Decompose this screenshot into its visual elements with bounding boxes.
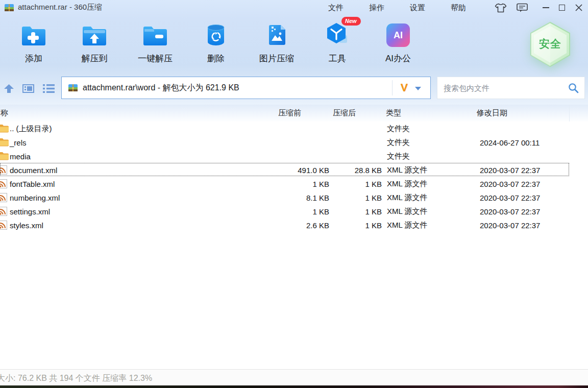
file-type: XML 源文件 [387, 206, 427, 216]
titlebar[interactable]: attachment.rar - 360压缩 文件 操作 设置 帮助 [0, 0, 588, 15]
view-mode-button[interactable] [22, 84, 34, 95]
xml-file-icon [0, 179, 9, 188]
archive-file-icon [68, 83, 78, 92]
status-summary: 大小: 76.2 KB 共 194 个文件 压缩率 12.3% [0, 373, 152, 384]
feedback-button[interactable] [513, 0, 531, 15]
up-directory-button[interactable] [4, 84, 14, 95]
size-before: 2.6 KB [255, 221, 329, 229]
file-row[interactable]: media文件夹 [0, 149, 588, 163]
file-row[interactable]: .. (上级目录)文件夹 [0, 122, 588, 135]
address-divider [392, 80, 393, 95]
toolbar-label: 工具 [329, 53, 346, 64]
toolbar-label: 添加 [25, 53, 42, 64]
modified-date: 2020-03-07 22:37 [480, 193, 540, 202]
file-rows: .. (上级目录)文件夹_rels文件夹2024-06-27 00:11medi… [0, 122, 588, 232]
titlebar-buttons [491, 0, 588, 15]
xml-file-icon [0, 165, 9, 175]
list-view-button[interactable] [43, 84, 55, 95]
statusbar: 大小: 76.2 KB 共 194 个文件 压缩率 12.3% [0, 369, 588, 385]
add-button[interactable]: 添加 [10, 20, 57, 64]
folder-icon [0, 124, 9, 133]
close-button[interactable] [571, 0, 587, 15]
column-header-type[interactable]: 类型 [386, 108, 401, 118]
file-type: 文件夹 [387, 137, 410, 147]
search-icon[interactable] [568, 83, 579, 93]
modified-date: 2024-06-27 00:11 [480, 138, 540, 147]
minimize-icon [543, 7, 549, 8]
chevron-down-icon[interactable] [415, 87, 421, 90]
file-name: settings.xml [10, 207, 50, 215]
size-after: 1 KB [329, 193, 382, 202]
delete-button[interactable]: 删除 [192, 20, 239, 64]
tools-button[interactable]: New 工具 [314, 20, 361, 64]
format-letter: V [398, 81, 411, 93]
file-type: 文件夹 [387, 151, 410, 161]
xml-file-icon [0, 221, 9, 230]
column-header-date[interactable]: 修改日期 [477, 108, 507, 118]
menu-help[interactable]: 帮助 [438, 0, 479, 15]
toolbar-label: 图片压缩 [259, 53, 294, 64]
file-row[interactable]: styles.xml2.6 KB1 KBXML 源文件2020-03-07 22… [0, 218, 588, 232]
file-row[interactable]: _rels文件夹2024-06-27 00:11 [0, 135, 588, 149]
file-type: XML 源文件 [387, 179, 427, 188]
ai-office-button[interactable]: AI AI办公 [375, 20, 422, 64]
xml-file-icon [0, 207, 9, 216]
window-title: attachment.rar - 360压缩 [18, 3, 102, 12]
menu-file[interactable]: 文件 [315, 0, 356, 15]
column-header-packed-before[interactable]: 压缩前 [278, 108, 301, 118]
one-click-extract-button[interactable]: 一键解压 [132, 20, 179, 64]
file-name: styles.xml [10, 221, 43, 229]
file-name: .. (上级目录) [10, 124, 52, 133]
xml-file-icon [0, 193, 9, 202]
image-compress-icon [265, 20, 288, 47]
extract-to-button[interactable]: 解压到 [71, 20, 118, 64]
tshirt-icon [495, 3, 507, 13]
column-header-packed-after[interactable]: 压缩后 [333, 108, 356, 118]
skin-theme-button[interactable] [492, 0, 509, 15]
file-name: fontTable.xml [10, 179, 55, 188]
file-name: media [10, 152, 31, 160]
safe-badge-label: 安全 [527, 37, 574, 51]
file-row[interactable]: numbering.xml8.1 KB1 KBXML 源文件2020-03-07… [0, 190, 588, 204]
file-type: 文件夹 [387, 124, 410, 133]
top-chrome: attachment.rar - 360压缩 文件 操作 设置 帮助 [0, 0, 588, 105]
folder-icon [0, 152, 9, 161]
close-icon [575, 4, 582, 11]
toolbar-label: 解压到 [82, 53, 108, 64]
address-bar[interactable]: attachment.rar\word - 解包大小为 621.9 KB V [61, 77, 431, 99]
maximize-icon [559, 5, 565, 11]
file-list-panel: 名称 压缩前 压缩后 类型 修改日期 .. (上级目录)文件夹_rels文件夹2… [0, 105, 588, 369]
file-name: document.xml [10, 165, 57, 174]
menubar: 文件 操作 设置 帮助 [315, 0, 479, 15]
folder-oneclick-icon [142, 20, 168, 47]
arrow-up-icon [4, 84, 14, 93]
toolbar-label: AI办公 [385, 53, 411, 64]
size-before: 491.0 KB [255, 165, 329, 174]
maximize-button[interactable] [554, 0, 570, 15]
image-compress-button[interactable]: 图片压缩 [253, 20, 300, 64]
column-divider [569, 105, 570, 122]
modified-date: 2020-03-07 22:37 [480, 165, 540, 174]
file-name: _rels [10, 138, 27, 147]
file-type: XML 源文件 [387, 192, 427, 202]
minimize-button[interactable] [538, 0, 553, 15]
ai-icon-text: AI [386, 23, 410, 47]
file-row[interactable]: fontTable.xml1 KB1 KBXML 源文件2020-03-07 2… [0, 177, 588, 190]
file-row[interactable]: settings.xml1 KB1 KBXML 源文件2020-03-07 22… [0, 204, 588, 218]
menu-settings[interactable]: 设置 [397, 0, 438, 15]
size-after: 1 KB [329, 207, 382, 215]
360zip-window: attachment.rar - 360压缩 文件 操作 设置 帮助 [0, 0, 588, 388]
search-input[interactable] [444, 84, 568, 92]
modified-date: 2020-03-07 22:37 [480, 221, 540, 229]
archive-file-icon [4, 3, 14, 12]
menu-actions[interactable]: 操作 [356, 0, 397, 15]
folder-add-icon [20, 20, 47, 47]
column-header-name[interactable]: 名称 [0, 108, 8, 118]
file-row[interactable]: document.xml491.0 KB28.8 KBXML 源文件2020-0… [0, 163, 588, 177]
size-after: 28.8 KB [329, 165, 382, 174]
toolbar: 添加 解压到 [0, 15, 588, 74]
safe-shield-badge[interactable]: 安全 [527, 21, 574, 67]
new-badge: New [341, 17, 361, 26]
toolbar-label: 删除 [207, 53, 225, 64]
list-header: 名称 压缩前 压缩后 类型 修改日期 [0, 105, 588, 122]
